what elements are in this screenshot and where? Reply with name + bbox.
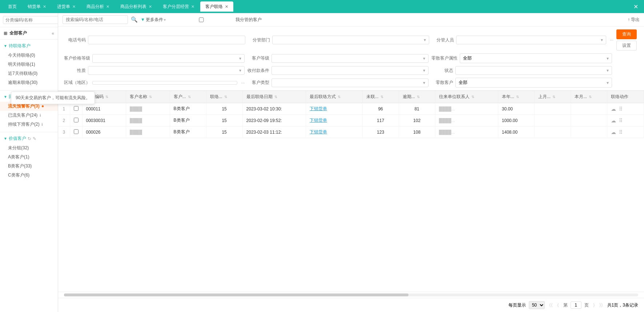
method-link-1[interactable]: 下销货单 — [310, 118, 327, 123]
refresh-icon[interactable]: ↻ — [28, 136, 31, 141]
sidebar-all-customers[interactable]: ⊞ 全部客户 « — [0, 27, 58, 40]
tab-goods-analysis-close[interactable]: ✕ — [106, 4, 109, 9]
dept-select[interactable]: ▾ — [272, 36, 430, 44]
scroll-track[interactable] — [64, 293, 638, 296]
region-select[interactable] — [92, 81, 237, 85]
sidebar-item-churned[interactable]: 已流失客户(24) ℹ — [0, 111, 58, 120]
sidebar-item-overdue[interactable]: 逾期未联络(30) — [0, 78, 58, 87]
tab-customer-contact-close[interactable]: ✕ — [225, 4, 228, 9]
cell-type-0: B类客户 — [170, 103, 206, 115]
window-close-button[interactable]: ✕ — [631, 3, 641, 10]
info-icon-1[interactable]: ℹ — [40, 113, 41, 117]
sidebar-item-b-class[interactable]: B类客户(33) — [0, 162, 58, 171]
sidebar-item-declining[interactable]: 持续下滑客户(2) ℹ — [0, 120, 58, 129]
info-icon-2[interactable]: ℹ — [41, 122, 43, 126]
tab-customer-layer-close[interactable]: ✕ — [191, 4, 194, 9]
phone-input[interactable] — [88, 36, 245, 44]
cell-method-1[interactable]: 下销货单 — [306, 115, 362, 126]
export-button[interactable]: ↑ 导出 — [628, 17, 640, 23]
sidebar-item-today[interactable]: 今天待联络(0) — [0, 51, 58, 60]
tab-sales-close[interactable]: ✕ — [43, 4, 46, 9]
action-more-icon-0[interactable]: ⠿ — [619, 106, 623, 112]
cell-code-0: 000011 — [82, 103, 126, 115]
th-contact[interactable]: 联络... ⇅ — [206, 91, 242, 103]
method-link-0[interactable]: 下销货单 — [310, 106, 327, 111]
sort-overdue-icon: ⇅ — [417, 95, 420, 99]
row-checkbox-2[interactable] — [74, 129, 79, 134]
tab-purchase-close[interactable]: ✕ — [72, 4, 76, 9]
sidebar-item-tomorrow[interactable]: 明天待联络(1) — [0, 60, 58, 69]
person-select[interactable]: ▾ — [456, 36, 606, 44]
sidebar-search-input[interactable] — [3, 16, 58, 24]
customer-type-select[interactable]: ▾ — [271, 78, 428, 87]
filter-zero-attr: 零散客户属性 全部 ▾ — [431, 53, 612, 63]
tab-goods-list-close[interactable]: ✕ — [149, 4, 152, 9]
tab-goods-list[interactable]: 商品分析列表 ✕ — [115, 1, 157, 12]
region-more-icon[interactable]: ··· — [241, 80, 245, 85]
payment-select[interactable]: ▾ — [271, 66, 428, 75]
query-button[interactable]: 查询 — [616, 29, 637, 39]
row-checkbox-1[interactable] — [74, 118, 79, 122]
cell-checkbox-1[interactable] — [70, 115, 82, 126]
th-overdue[interactable]: 逾期... ⇅ — [399, 91, 435, 103]
tab-purchase[interactable]: 进货单 ✕ — [52, 1, 81, 12]
tab-customer-contact[interactable]: 客户联络 ✕ — [200, 1, 233, 12]
th-contact-person[interactable]: 往来单位联系人 ⇅ — [435, 91, 498, 103]
page-input[interactable] — [571, 301, 581, 309]
zero-attr-value: 全部 — [463, 55, 472, 61]
method-link-2[interactable]: 下销货单 — [310, 129, 327, 134]
action-more-icon-1[interactable]: ⠿ — [619, 118, 623, 123]
action-more-icon-2[interactable]: ⠿ — [619, 129, 623, 135]
tab-sales[interactable]: 销货单 ✕ — [23, 1, 51, 12]
settings-button[interactable]: 设置 — [616, 41, 637, 50]
tab-customer-layer[interactable]: 客户分层经营 ✕ — [158, 1, 200, 12]
my-customers-checkbox[interactable] — [169, 17, 234, 22]
sidebar-item-ungrouped[interactable]: 未分组(32) — [0, 143, 58, 153]
th-this-year[interactable]: 本年... ⇅ — [498, 91, 534, 103]
tab-home[interactable]: 首页 — [3, 1, 22, 12]
page-prev-button[interactable]: ⟨ — [556, 302, 560, 308]
th-last-month[interactable]: 上月... ⇅ — [534, 91, 571, 103]
horizontal-scrollbar[interactable] — [58, 292, 644, 298]
my-customers-checkbox-area[interactable]: 我分管的客户 — [169, 17, 262, 23]
row-checkbox-0[interactable] — [74, 106, 79, 111]
page-last-button[interactable]: ⟩⟩ — [598, 302, 604, 308]
th-name[interactable]: 客户名称 ⇅ — [126, 91, 170, 103]
search-button[interactable]: 🔍 — [131, 16, 138, 23]
person-more-icon[interactable]: ··· — [610, 37, 613, 42]
search-input[interactable] — [63, 15, 128, 24]
sidebar-item-a-class[interactable]: A类客户(1) — [0, 153, 58, 162]
th-no-contact[interactable]: 未联... ⇅ — [362, 91, 399, 103]
tab-goods-analysis[interactable]: 商品分析 ✕ — [81, 1, 114, 12]
price-level-select[interactable]: ▾ — [92, 54, 245, 63]
sidebar-group-pending-title[interactable]: ▼ 待联络客户 — [0, 41, 58, 51]
action-chat-icon-1[interactable]: ☁ — [611, 118, 616, 123]
cell-checkbox-0[interactable] — [70, 103, 82, 115]
page-first-button[interactable]: ⟨⟨ — [548, 302, 554, 308]
customer-level-select[interactable]: ▾ — [271, 54, 428, 63]
edit-icon[interactable]: ✎ — [33, 136, 36, 141]
sidebar-item-c-class[interactable]: C类客户(6) — [0, 171, 58, 180]
sidebar-search-area: 🔍 — [0, 13, 58, 27]
more-filter-button[interactable]: ▼ 更多条件 ▾ — [141, 17, 166, 23]
cell-checkbox-2[interactable] — [70, 126, 82, 138]
cell-method-2[interactable]: 下销货单 — [306, 126, 362, 138]
status-select[interactable]: ▾ — [455, 66, 612, 75]
per-page-select[interactable]: 50 — [529, 301, 545, 309]
th-type[interactable]: 客户... ⇅ — [170, 91, 206, 103]
action-chat-icon-0[interactable]: ☁ — [611, 106, 616, 112]
zero-customer-select[interactable]: 全部 ▾ — [455, 78, 612, 88]
scroll-thumb[interactable] — [64, 293, 408, 296]
cell-method-0[interactable]: 下销货单 — [306, 103, 362, 115]
zero-customer-arrow-icon: ▾ — [607, 80, 609, 85]
zero-attr-select[interactable]: 全部 ▾ — [460, 53, 612, 63]
sidebar-item-7days[interactable]: 近7天待联络(0) — [0, 69, 58, 78]
action-chat-icon-2[interactable]: ☁ — [611, 129, 616, 135]
collapse-icon[interactable]: « — [52, 31, 54, 36]
th-this-month[interactable]: 本月... ⇅ — [571, 91, 607, 103]
page-next-button[interactable]: ⟩ — [592, 302, 596, 308]
sidebar-group-value-title[interactable]: ▼ 价值客户 ↻ ✎ — [0, 134, 58, 143]
gender-select[interactable]: ▾ — [88, 66, 245, 75]
th-last-method[interactable]: 最后联络方式 ⇅ — [306, 91, 362, 103]
th-last-date[interactable]: 最后联络日期 ⇅ — [242, 91, 306, 103]
